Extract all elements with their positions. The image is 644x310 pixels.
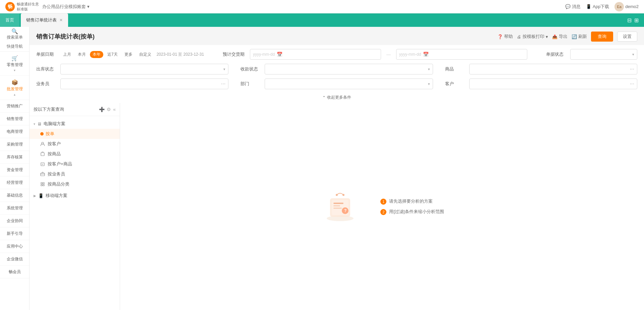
ship-status-select[interactable]: ▾ [60,64,228,74]
svg-rect-11 [333,203,343,204]
scheme-item-by-goods[interactable]: 按商品 [30,149,120,159]
sidebar: 🔍 搜索菜单 快捷导航 🛒 零售管理 ▾ 📦 批发管理 ▴ 营销推广 销售管理 … [0,27,30,310]
sidebar-item-purchase[interactable]: 采购管理 [0,138,29,151]
message-button[interactable]: 💬 消息 [565,4,581,10]
tab-home[interactable]: 首页 [0,13,19,27]
collapse-button[interactable]: ⌃ 收起更多条件 [322,95,351,100]
filter-row-date: 单据日期 上月 本月 本年 近7天 更多 自定义 2023-01-01 至 20… [36,49,637,60]
customer-select[interactable]: ··· [469,79,637,89]
chevron-right-icon: ▶ [34,194,36,198]
tab-sales-order-stats[interactable]: 销售订单统计表 ✕ [21,13,68,27]
sidebar-item-finance[interactable]: 资金管理 [0,164,29,176]
scheme-customer-icon [40,141,46,147]
top-bar-left: 畅 畅捷通好生意 标准版 办公用品行业模拟账套 ▾ [5,2,90,11]
pc-icon: 🖥 [37,121,42,126]
collapse-scheme-icon[interactable]: « [113,107,116,112]
sidebar-item-wechat[interactable]: 企业微信 [0,253,29,266]
sidebar-item-retail[interactable]: 🛒 零售管理 ▾ [0,52,29,76]
add-scheme-icon[interactable]: ➕ [99,107,105,112]
setting-button[interactable]: 设置 [617,32,637,42]
scheme-item-by-staff[interactable]: 按业务员 [30,169,120,179]
search-menu-button[interactable]: 🔍 搜索菜单 [0,27,29,42]
sidebar-item-system[interactable]: 系统管理 [0,202,29,215]
scheme-group-pc-header[interactable]: ▾ 🖥 电脑端方案 [30,119,120,129]
query-button[interactable]: 查询 [591,32,613,42]
staff-more-icon[interactable]: ··· [221,81,225,87]
top-bar-right: 💬 消息 📱 App下载 Ea demo2 [565,2,639,11]
app-selector[interactable]: 办公用品行业模拟账套 ▾ [42,4,90,10]
sidebar-item-enterprise[interactable]: 企业协同 [0,215,29,227]
scheme-item-by-customer[interactable]: 按客户 [30,139,120,149]
date-btn-year[interactable]: 本年 [90,51,103,58]
settings-scheme-icon[interactable]: ⚙ [107,107,111,112]
print-button[interactable]: 🖨 按模板打印 ▾ [517,34,548,40]
top-bar: 畅 畅捷通好生意 标准版 办公用品行业模拟账套 ▾ 💬 消息 📱 App下载 E… [0,0,644,13]
scheme-header-title: 按以下方案查询 [34,106,64,112]
sidebar-item-member[interactable]: 畅会员 [0,266,29,278]
ship-status-label: 出库状态 [36,66,55,72]
result-panel: ? 1 请先选择要分析的方案 2 [120,103,644,310]
filter-row-status: 出库状态 ▾ 收款状态 ▾ 商品 ··· [36,64,637,74]
svg-rect-5 [43,183,44,184]
sidebar-item-newguide[interactable]: 新手引导 [0,227,29,240]
page-header: 销售订单统计表(按单) ❓ 帮助 🖨 按模板打印 ▾ 📤 导出 🔄 刷新 [30,27,644,45]
sidebar-item-basic[interactable]: 基础信息 [0,189,29,202]
print-icon: 🖨 [517,34,521,39]
sidebar-item-appcenter[interactable]: 应用中心 [0,240,29,253]
export-button[interactable]: 📤 导出 [552,34,568,40]
date-btn-week[interactable]: 近7天 [105,51,120,58]
scheme-item-by-goods-category[interactable]: 按商品分类 [30,179,120,189]
sidebar-item-operations[interactable]: 经营管理 [0,176,29,189]
sidebar-item-inventory[interactable]: 库存核算 [0,151,29,164]
svg-rect-13 [333,208,342,209]
date-btn-last[interactable]: 上月 [60,51,74,58]
scheme-list: ▾ 🖥 电脑端方案 按单 按客户 [30,116,120,310]
scheme-panel: 按以下方案查询 ➕ ⚙ « ▾ 🖥 电脑端方案 [30,103,120,310]
customer-label: 客户 [445,81,464,87]
sidebar-item-wholesale[interactable]: 📦 批发管理 ▴ [0,76,29,100]
staff-select[interactable]: ··· [60,79,228,89]
svg-text:?: ? [344,208,346,213]
scheme-group-mobile: ▶ 📱 移动端方案 [30,191,120,201]
content: 销售订单统计表(按单) ❓ 帮助 🖨 按模板打印 ▾ 📤 导出 🔄 刷新 [30,27,644,310]
minimize-icon[interactable]: ⊟ [627,17,632,23]
wholesale-icon: 📦 [11,79,18,86]
hint-number-2: 2 [380,209,386,215]
help-button[interactable]: ❓ 帮助 [497,34,513,40]
user-avatar[interactable]: Ea demo2 [614,2,639,11]
tab-close-icon[interactable]: ✕ [59,18,63,22]
calendar-icon: 📅 [277,52,282,57]
chevron-down-icon: ▾ [428,67,430,71]
date-btn-more[interactable]: 更多 [122,51,135,58]
maximize-icon[interactable]: ⊞ [634,17,639,23]
two-panel: 按以下方案查询 ➕ ⚙ « ▾ 🖥 电脑端方案 [30,103,644,310]
refresh-button[interactable]: 🔄 刷新 [572,34,587,40]
pay-status-select[interactable]: ▾ [265,64,433,74]
quick-nav-button[interactable]: 快捷导航 [0,42,29,52]
empty-illustration: ? [320,187,360,227]
app-download-button[interactable]: 📱 App下载 [586,4,609,10]
retail-icon: 🛒 [11,55,18,61]
scheme-goods-category-icon [40,182,46,187]
scheme-group-mobile-header[interactable]: ▶ 📱 移动端方案 [30,191,120,201]
empty-hint-2: 2 用[过滤]条件来缩小分析范围 [380,209,444,215]
status-select[interactable]: ▾ [570,49,637,60]
logo-text: 畅捷通好生意 标准版 [17,2,39,11]
expected-date-label: 预计交货期 [223,51,245,57]
goods-select[interactable]: ··· [469,64,637,74]
sidebar-item-ecommerce[interactable]: 电商管理 [0,125,29,138]
expected-date-start[interactable]: yyyy-mm-dd 📅 [250,49,381,60]
filter-section: 单据日期 上月 本月 本年 近7天 更多 自定义 2023-01-01 至 20… [30,45,644,93]
date-btn-custom[interactable]: 自定义 [137,51,154,58]
goods-more-icon[interactable]: ··· [630,66,634,72]
customer-more-icon[interactable]: ··· [630,81,634,87]
scheme-item-by-customer-goods[interactable]: 按客户+商品 [30,159,120,169]
dept-select[interactable]: ▾ [265,79,433,89]
date-range-text: 2023-01-01 至 2023-12-31 [157,52,204,57]
sidebar-item-marketing[interactable]: 营销推广 [0,100,29,113]
scheme-goods-icon [40,151,46,157]
date-btn-current[interactable]: 本月 [75,51,89,58]
expected-date-end[interactable]: yyyy-mm-dd 📅 [396,49,527,60]
sidebar-item-sales[interactable]: 销售管理 [0,113,29,125]
scheme-item-by-order[interactable]: 按单 [30,129,120,139]
